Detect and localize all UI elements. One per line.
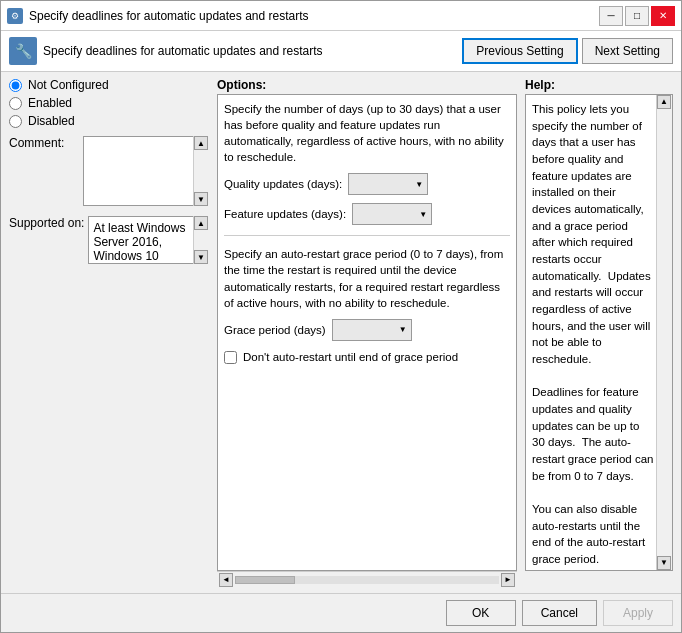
feature-row: Feature updates (days): ▼	[224, 203, 510, 225]
h-scroll-right[interactable]: ►	[501, 573, 515, 587]
radio-disabled-input[interactable]	[9, 115, 22, 128]
radio-not-configured[interactable]: Not Configured	[9, 78, 209, 92]
supported-label: Supported on:	[9, 216, 84, 230]
feature-dropdown-arrow: ▼	[419, 210, 427, 219]
radio-group: Not Configured Enabled Disabled	[9, 78, 209, 128]
scroll-down-arrow[interactable]: ▼	[194, 192, 208, 206]
next-setting-button[interactable]: Next Setting	[582, 38, 673, 64]
header-left: 🔧 Specify deadlines for automatic update…	[9, 37, 323, 65]
maximize-button[interactable]: □	[625, 6, 649, 26]
grace-dropdown-arrow: ▼	[399, 325, 407, 334]
radio-enabled-label: Enabled	[28, 96, 72, 110]
header-title: Specify deadlines for automatic updates …	[43, 44, 323, 58]
minimize-icon: ─	[607, 10, 614, 21]
help-scroll-track	[657, 109, 671, 556]
supported-scroll-track	[194, 230, 208, 250]
h-scroll-thumb	[235, 576, 295, 584]
apply-button[interactable]: Apply	[603, 600, 673, 626]
section-labels: Options: Help:	[217, 78, 673, 92]
comment-textarea[interactable]	[83, 136, 209, 206]
supported-scrollbar: ▲ ▼	[193, 216, 209, 264]
title-bar-left: ⚙ Specify deadlines for automatic update…	[7, 8, 309, 24]
radio-not-configured-input[interactable]	[9, 79, 22, 92]
left-panel: Not Configured Enabled Disabled Comment:	[9, 78, 209, 587]
comment-box-container: ▲ ▼	[83, 136, 209, 206]
help-panel: This policy lets you specify the number …	[525, 94, 673, 571]
header-icon: 🔧	[9, 37, 37, 65]
radio-disabled-label: Disabled	[28, 114, 75, 128]
help-scrollbar: ▲ ▼	[656, 95, 672, 570]
close-button[interactable]: ✕	[651, 6, 675, 26]
help-panel-container: This policy lets you specify the number …	[525, 94, 673, 571]
h-scroll-track	[235, 576, 499, 584]
comment-field-row: Comment: ▲ ▼	[9, 136, 209, 206]
title-bar: ⚙ Specify deadlines for automatic update…	[1, 1, 681, 31]
title-controls: ─ □ ✕	[599, 6, 675, 26]
grace-dropdown[interactable]: ▼	[332, 319, 412, 341]
no-autorestart-checkbox[interactable]	[224, 351, 237, 364]
supported-field-row: Supported on: At least Windows Server 20…	[9, 216, 209, 264]
options-panel: Specify the number of days (up to 30 day…	[217, 94, 517, 571]
cancel-button[interactable]: Cancel	[522, 600, 597, 626]
supported-scroll-up[interactable]: ▲	[194, 216, 208, 230]
header-bar: 🔧 Specify deadlines for automatic update…	[1, 31, 681, 72]
maximize-icon: □	[634, 10, 640, 21]
h-scroll-left[interactable]: ◄	[219, 573, 233, 587]
window-icon: ⚙	[7, 8, 23, 24]
minimize-button[interactable]: ─	[599, 6, 623, 26]
comment-label: Comment:	[9, 136, 79, 150]
close-icon: ✕	[659, 10, 667, 21]
scroll-track	[194, 150, 208, 192]
options-section-label-container: Options:	[217, 78, 517, 92]
window-icon-glyph: ⚙	[11, 11, 19, 21]
window-title: Specify deadlines for automatic updates …	[29, 9, 309, 23]
help-scroll-up[interactable]: ▲	[657, 95, 671, 109]
right-section: Options: Help: Specify the number of day…	[217, 78, 673, 587]
previous-setting-button[interactable]: Previous Setting	[462, 38, 577, 64]
supported-scroll-down[interactable]: ▼	[194, 250, 208, 264]
comment-scrollbar: ▲ ▼	[193, 136, 209, 206]
quality-dropdown-arrow: ▼	[415, 180, 423, 189]
supported-box-container: At least Windows Server 2016, Windows 10…	[88, 216, 209, 264]
feature-label: Feature updates (days):	[224, 208, 346, 220]
options-label: Options:	[217, 78, 266, 92]
radio-not-configured-label: Not Configured	[28, 78, 109, 92]
scroll-up-arrow[interactable]: ▲	[194, 136, 208, 150]
header-icon-glyph: 🔧	[15, 43, 32, 59]
checkbox-row: Don't auto-restart until end of grace pe…	[224, 351, 510, 364]
radio-disabled[interactable]: Disabled	[9, 114, 209, 128]
checkbox-label: Don't auto-restart until end of grace pe…	[243, 351, 458, 363]
divider	[224, 235, 510, 236]
content-area: Not Configured Enabled Disabled Comment:	[1, 72, 681, 593]
options-desc2: Specify an auto-restart grace period (0 …	[224, 246, 510, 310]
options-desc1: Specify the number of days (up to 30 day…	[224, 101, 510, 165]
grace-label: Grace period (days)	[224, 324, 326, 336]
help-label: Help:	[525, 78, 555, 92]
quality-row: Quality updates (days): ▼	[224, 173, 510, 195]
header-buttons: Previous Setting Next Setting	[462, 38, 673, 64]
feature-dropdown[interactable]: ▼	[352, 203, 432, 225]
help-section-label-container: Help:	[525, 78, 673, 92]
ok-button[interactable]: OK	[446, 600, 516, 626]
quality-label: Quality updates (days):	[224, 178, 342, 190]
options-hscrollbar: ◄ ►	[217, 571, 517, 587]
quality-dropdown[interactable]: ▼	[348, 173, 428, 195]
main-panels: Specify the number of days (up to 30 day…	[217, 94, 673, 571]
footer-bar: OK Cancel Apply	[1, 593, 681, 632]
supported-value: At least Windows Server 2016, Windows 10…	[88, 216, 209, 264]
radio-enabled[interactable]: Enabled	[9, 96, 209, 110]
main-window: ⚙ Specify deadlines for automatic update…	[0, 0, 682, 633]
help-text: This policy lets you specify the number …	[532, 101, 654, 571]
help-scroll-down[interactable]: ▼	[657, 556, 671, 570]
radio-enabled-input[interactable]	[9, 97, 22, 110]
grace-row: Grace period (days) ▼	[224, 319, 510, 341]
